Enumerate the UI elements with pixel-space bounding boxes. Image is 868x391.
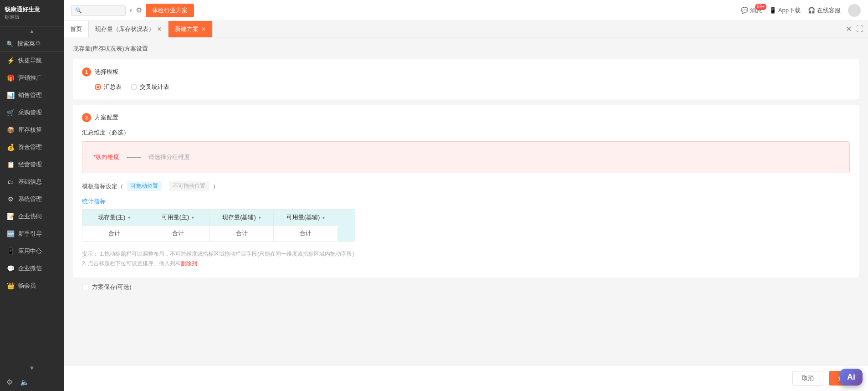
sidebar-label-vip: 畅会员 xyxy=(18,282,36,290)
vip-icon: 👑 xyxy=(6,282,15,290)
tabs-right-controls: ✕ ⛶ xyxy=(846,25,868,33)
sidebar-item-search-menu[interactable]: 🔍 搜索菜单 xyxy=(0,36,64,52)
sidebar-item-system[interactable]: ⚙ 系统管理 xyxy=(0,190,64,208)
stats-data-cell-1: 合计 xyxy=(82,226,146,241)
sidebar-label-app-center: 应用中心 xyxy=(18,247,42,255)
sidebar-label-new-guide: 新手引导 xyxy=(18,230,42,238)
stats-header-cell-1[interactable]: 现存量(主) ▾ xyxy=(82,210,146,226)
online-service-item[interactable]: 🎧 在线客服 xyxy=(808,6,841,15)
radio-summary[interactable]: 汇总表 xyxy=(95,83,122,91)
sidebar-item-sales[interactable]: 📊 销售管理 xyxy=(0,87,64,104)
radio-summary-label: 汇总表 xyxy=(104,83,122,91)
dimension-input-area[interactable]: *纵向维度 —— 请选择分组维度 xyxy=(82,141,850,173)
sidebar-settings-icon[interactable]: ⚙ xyxy=(6,378,13,386)
inventory-icon: 📦 xyxy=(6,126,15,134)
app-download-label: App下载 xyxy=(778,6,801,15)
tab-new-scheme-label: 新建方案 xyxy=(175,25,199,33)
basic-info-icon: 🗂 xyxy=(6,178,15,186)
app-download-item[interactable]: 📱 App下载 xyxy=(769,6,801,15)
sidebar-scroll-up[interactable]: ▲ xyxy=(0,26,64,36)
topbar-gear-icon[interactable]: ⚙ xyxy=(136,6,142,15)
sidebar-item-purchase[interactable]: 🛒 采购管理 xyxy=(0,104,64,121)
stats-header-cell-3[interactable]: 现存量(基辅) ▾ xyxy=(210,210,273,226)
sidebar-label-business: 经营管理 xyxy=(18,160,42,169)
dimension-dash: —— xyxy=(127,153,141,161)
tab-home[interactable]: 首页 xyxy=(64,21,89,37)
sidebar-scroll-down[interactable]: ▼ xyxy=(0,363,64,373)
topbar-search-icon: 🔍 xyxy=(75,7,82,14)
indicator-settings: 模板指标设定（ 可拖动位置 不可拖动位置 ） xyxy=(82,181,850,191)
headset-icon: 🎧 xyxy=(808,7,815,14)
stats-col3-chevron[interactable]: ▾ xyxy=(259,215,261,220)
tab-home-label: 首页 xyxy=(70,25,82,33)
stats-col-2: 可用量(主) ▾ 合计 xyxy=(146,210,210,241)
stats-data-cell-2: 合计 xyxy=(146,226,209,241)
topbar-search-box[interactable]: 🔍 xyxy=(71,5,126,16)
tab-new-scheme[interactable]: 新建方案 ✕ xyxy=(168,21,213,37)
step2-title: 方案配置 xyxy=(95,113,118,122)
sidebar-item-marketing[interactable]: 🎁 营销推广 xyxy=(0,69,64,87)
sidebar-item-app-center[interactable]: 📱 应用中心 xyxy=(0,242,64,260)
sidebar-item-basic-info[interactable]: 🗂 基础信息 xyxy=(0,173,64,190)
stats-col4-sub-label: 合计 xyxy=(300,229,311,237)
vertical-dimension-label: *纵向维度 xyxy=(93,153,119,161)
user-avatar[interactable] xyxy=(848,4,861,17)
step1-number: 1 xyxy=(82,67,91,77)
tab-expand-icon[interactable]: ⛶ xyxy=(856,25,863,33)
tip-1: 提示： 1.拖动标题栏可以调整布局，不可跨维度或指标区域拖动栏目字段(只能在同一… xyxy=(82,250,850,258)
marketing-icon: 🎁 xyxy=(6,74,15,82)
sidebar-label-quick-nav: 快捷导航 xyxy=(18,57,42,65)
sidebar-item-business[interactable]: 📋 经营管理 xyxy=(0,156,64,173)
save-checkbox-label: 方案保存(可选) xyxy=(92,283,132,291)
delete-column-link[interactable]: 删除列 xyxy=(181,260,197,267)
radio-summary-dot xyxy=(95,84,101,90)
ai-bubble[interactable]: Ai xyxy=(840,369,863,386)
stats-col1-chevron[interactable]: ▾ xyxy=(128,215,130,220)
stats-col1-sub-label: 合计 xyxy=(108,229,120,237)
trial-industry-button[interactable]: 体验行业方案 xyxy=(146,4,194,17)
step1-title: 选择模板 xyxy=(95,68,118,76)
sidebar-item-new-guide[interactable]: 🆕 新手引导 xyxy=(0,225,64,242)
tab-new-scheme-close-icon[interactable]: ✕ xyxy=(201,26,206,32)
sidebar: 畅康通好生意 标准版 ▲ 🔍 搜索菜单 ⚡ 快捷导航 🎁 营销推广 📊 销售管理… xyxy=(0,0,64,391)
non-draggable-badge: 不可拖动位置 xyxy=(169,181,209,191)
tab-inventory-close-icon[interactable]: ✕ xyxy=(157,26,162,32)
stats-col2-chevron[interactable]: ▾ xyxy=(192,215,194,220)
stats-col4-chevron[interactable]: ▾ xyxy=(322,215,325,220)
stats-header-cell-2[interactable]: 可用量(主) ▾ xyxy=(146,210,209,226)
sidebar-label-marketing: 营销推广 xyxy=(18,74,42,82)
sidebar-item-enterprise-agr[interactable]: 📝 企业协同 xyxy=(0,208,64,225)
step2-section: 2 方案配置 汇总维度（必选） *纵向维度 —— 请选择分组维度 模板指标设定（… xyxy=(73,105,859,278)
tab-close-all-icon[interactable]: ✕ xyxy=(846,25,852,33)
save-checkbox-area: 方案保存(可选) xyxy=(73,278,859,297)
radio-cross[interactable]: 交叉统计表 xyxy=(131,83,169,91)
sidebar-item-quick-nav[interactable]: ⚡ 快捷导航 xyxy=(0,52,64,69)
footer-buttons: 取消 查询 xyxy=(64,365,868,391)
tab-inventory-status-label: 现存量（库存状况表） xyxy=(95,25,154,33)
draggable-badge: 可拖动位置 xyxy=(127,181,162,191)
tab-inventory-status[interactable]: 现存量（库存状况表） ✕ xyxy=(89,21,168,37)
save-checkbox[interactable] xyxy=(82,284,88,290)
dimension-label-text: 汇总维度（必选） xyxy=(82,129,129,136)
radio-cross-dot xyxy=(131,84,137,90)
sidebar-item-vip[interactable]: 👑 畅会员 xyxy=(0,277,64,294)
sidebar-label-purchase: 采购管理 xyxy=(18,108,42,117)
sidebar-label-enterprise-wechat: 企业微信 xyxy=(18,264,42,273)
cancel-button[interactable]: 取消 xyxy=(792,371,823,386)
dimension-label: 汇总维度（必选） xyxy=(82,129,850,137)
stats-header-cell-4[interactable]: 可用量(基辅) ▾ xyxy=(274,210,337,226)
topbar-dropdown-icon[interactable]: ▾ xyxy=(129,7,132,14)
sidebar-item-finance[interactable]: 💰 资金管理 xyxy=(0,139,64,156)
sidebar-audio-icon[interactable]: 🔈 xyxy=(20,378,29,386)
sidebar-label-system: 系统管理 xyxy=(18,195,42,203)
app-center-icon: 📱 xyxy=(6,247,15,255)
stats-col1-header-label: 现存量(主) xyxy=(98,213,126,221)
sidebar-item-inventory[interactable]: 📦 库存核算 xyxy=(0,121,64,139)
messages-badge: 99+ xyxy=(755,4,766,10)
messages-item[interactable]: 💬 消息 99+ xyxy=(741,6,762,15)
sidebar-item-enterprise-wechat[interactable]: 💬 企业微信 xyxy=(0,260,64,277)
stats-col-4: 可用量(基辅) ▾ 合计 xyxy=(274,210,337,241)
indicator-settings-prefix: 模板指标设定（ xyxy=(82,182,123,190)
stats-col-1: 现存量(主) ▾ 合计 xyxy=(82,210,146,241)
tip-2: 2. 点击标题栏下拉可设置排序、插入列和删除列 xyxy=(82,260,850,268)
